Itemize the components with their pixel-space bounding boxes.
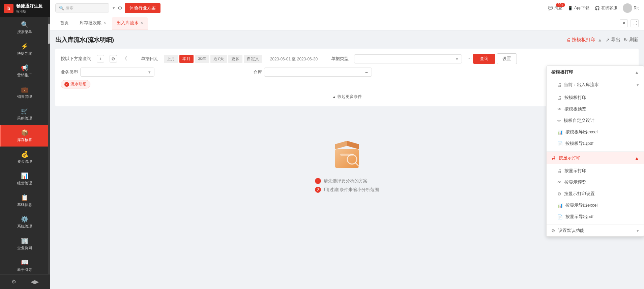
page-header: 出入库流水(流水明细) 🖨 按模板打印 ▲ ↗ 导出 ↻ 刷新	[55, 36, 639, 44]
more-date-btn[interactable]: 更多	[228, 55, 242, 63]
sidebar-item-operations[interactable]: 📊 经营管理	[0, 168, 48, 190]
custom-design-icon: ✏	[557, 118, 561, 123]
set-btn[interactable]: 设置	[497, 53, 517, 64]
sidebar-item-sales[interactable]: 💼 销售管理	[0, 82, 48, 103]
custom-date-btn[interactable]: 自定义	[244, 55, 262, 63]
display-print-btn[interactable]: 🖨 按显示打印	[547, 165, 644, 177]
messages-btn[interactable]: 💬 消息 99+	[548, 5, 562, 11]
avatar	[623, 3, 632, 13]
display-export-pdf-btn[interactable]: 📄 按显示导出pdf	[547, 211, 644, 222]
print-dropdown-chevron[interactable]: ▲	[597, 37, 602, 43]
divider	[134, 55, 134, 62]
last7-btn[interactable]: 近7天	[210, 55, 227, 63]
sidebar-item-marketing[interactable]: 📢 营销推广	[0, 60, 48, 82]
display-section-chevron[interactable]: ▲	[635, 156, 639, 161]
sidebar-item-finance[interactable]: 💰 资金管理	[0, 147, 48, 168]
template-custom-btn[interactable]: ✏ 模板自定义设计	[547, 115, 644, 126]
filter-expand-btn[interactable]: 《	[122, 56, 127, 62]
tabs-bar: 首页 库存批次账 × 出入库流水 × ✕ ⛶	[50, 16, 644, 30]
svg-marker-2	[347, 141, 359, 149]
topbar-gear-icon[interactable]: ⚙	[118, 5, 122, 11]
current-print-icon: 🖨	[557, 82, 562, 87]
topbar-search-chevron[interactable]: ▾	[113, 5, 115, 10]
refresh-btn[interactable]: ↻ 刷新	[624, 37, 639, 43]
warehouse-more-btn[interactable]: ···	[364, 70, 368, 75]
this-month-btn[interactable]: 本月	[179, 55, 194, 63]
close-page-btn[interactable]: ✕	[620, 19, 628, 27]
collapse-icon: ▲	[332, 95, 336, 99]
pdf-icon: 📄	[557, 141, 563, 146]
print-template-icon: 🖨	[557, 95, 562, 100]
topbar-right: 💬 消息 99+ 📱 App下载 🎧 在线客服 Rit	[548, 3, 639, 13]
template-print-btn[interactable]: 🖨 按模板打印	[547, 92, 644, 103]
more-options-btn[interactable]: ···	[467, 56, 472, 62]
expand-page-btn[interactable]: ⛶	[631, 19, 639, 27]
print-icon: 🖨	[566, 37, 570, 43]
sidebar-nav: 🔍 搜索菜单 ⚡ 快捷导航 📢 营销推广 💼 销售管理 🛒 采购管理	[0, 17, 48, 274]
template-export-excel-btn[interactable]: 📊 按模板导出excel	[547, 126, 644, 138]
refresh-icon: ↻	[624, 37, 628, 43]
filter-row-1: 按以下方案查询 + ⚙ 《 单据日期 上月 本月 本年 近7天 更多 自定义	[61, 53, 633, 64]
topbar-search[interactable]: 🔍 搜索	[55, 3, 109, 12]
tab-inout-flow-close[interactable]: ×	[141, 21, 143, 25]
prev-month-btn[interactable]: 上月	[164, 55, 178, 63]
biz-type-dropdown[interactable]: ▾	[80, 68, 154, 77]
quicknav-icon: ⚡	[21, 43, 28, 50]
settings-btn[interactable]: ⚙	[11, 279, 16, 285]
sidebar-item-inventory[interactable]: 📦 库存核算	[0, 125, 48, 147]
print-template-btn[interactable]: 🖨 按模板打印 ▲	[566, 37, 602, 43]
filter-settings-btn[interactable]: ⚙	[110, 55, 117, 62]
tab-inventory-batch[interactable]: 库存批次账 ×	[75, 17, 111, 29]
sidebar-item-corp[interactable]: 🏢 企业协同	[0, 233, 48, 255]
sidebar-item-quicknav[interactable]: ⚡ 快捷导航	[0, 38, 48, 60]
display-preview-btn[interactable]: 👁 按显示预览	[547, 177, 644, 188]
current-section-chevron[interactable]: ▾	[637, 82, 639, 87]
query-btn[interactable]: 查询	[473, 54, 495, 64]
set-default-icon: ⚙	[551, 228, 555, 233]
filter-add-btn[interactable]: +	[97, 55, 104, 62]
sales-icon: 💼	[21, 86, 28, 93]
warehouse-row: 仓库 ···	[253, 68, 440, 77]
print-current-section[interactable]: 🖨 当前：出入库流水 ▾	[547, 79, 644, 90]
set-default-chevron[interactable]: ▾	[637, 228, 639, 233]
page-actions: 🖨 按模板打印 ▲ ↗ 导出 ↻ 刷新 按模板	[566, 37, 639, 43]
empty-steps: 1 请先选择要分析的方案 2 用[过滤]条件来缩小分析范围	[315, 178, 379, 193]
template-preview-btn[interactable]: 👁 按模板预览	[547, 103, 644, 115]
topbar: 🔍 搜索 ▾ ⚙ 体验行业方案 💬 消息 99+ 📱 App下载 🎧 在线客服	[50, 0, 644, 16]
template-export-pdf-btn[interactable]: 📄 按模板导出pdf	[547, 138, 644, 149]
sidebar-footer: ⚙ ◀▶	[0, 274, 50, 289]
sidebar-item-guide[interactable]: 📖 新手引导	[0, 255, 48, 274]
display-print-icon: 🖨	[557, 168, 562, 174]
this-year-btn[interactable]: 本年	[195, 55, 209, 63]
bill-type-dropdown[interactable]: ▾	[354, 54, 462, 63]
tab-inout-flow[interactable]: 出入库流水 ×	[112, 17, 148, 29]
tab-home[interactable]: 首页	[55, 17, 74, 29]
collapse-sidebar-btn[interactable]: ◀▶	[31, 279, 39, 285]
display-print-settings-btn[interactable]: ⚙ 按显示打印设置	[547, 188, 644, 200]
user-avatar-area[interactable]: Rit	[623, 3, 639, 13]
sidebar-item-purchase[interactable]: 🛒 采购管理	[0, 103, 48, 125]
sidebar-item-search[interactable]: 🔍 搜索菜单	[0, 17, 48, 38]
sidebar-item-system[interactable]: ⚙️ 系统管理	[0, 211, 48, 233]
tab-inventory-batch-close[interactable]: ×	[104, 21, 106, 25]
print-panel-collapse-btn[interactable]: ▲	[635, 70, 639, 75]
section-divider	[547, 151, 644, 152]
online-service-btn[interactable]: 🎧 在线客服	[595, 5, 617, 11]
display-print-section-header[interactable]: 🖨 按显示打印 ▲	[547, 152, 644, 164]
excel-icon: 📊	[557, 130, 563, 135]
date-filter: 上月 本月 本年 近7天 更多 自定义	[164, 55, 262, 63]
sidebar-item-basics[interactable]: 📋 基础信息	[0, 190, 48, 211]
headset-icon: 🎧	[595, 6, 600, 10]
basics-icon: 📋	[21, 194, 28, 201]
warehouse-dropdown[interactable]: ···	[264, 68, 372, 77]
phone-icon: 📱	[568, 6, 573, 10]
app-logo: b	[4, 4, 13, 13]
app-download-btn[interactable]: 📱 App下载	[568, 5, 589, 11]
empty-illustration	[330, 137, 364, 171]
flow-tag[interactable]: ✓ 流水明细	[61, 80, 90, 88]
display-export-excel-btn[interactable]: 📊 按显示导出excel	[547, 200, 644, 211]
set-default-btn[interactable]: ⚙ 设置默认功能 ▾	[547, 225, 644, 236]
page-controls: ✕ ⛶	[620, 19, 639, 27]
export-btn[interactable]: ↗ 导出	[606, 37, 620, 43]
trial-industry-btn[interactable]: 体验行业方案	[125, 3, 160, 13]
